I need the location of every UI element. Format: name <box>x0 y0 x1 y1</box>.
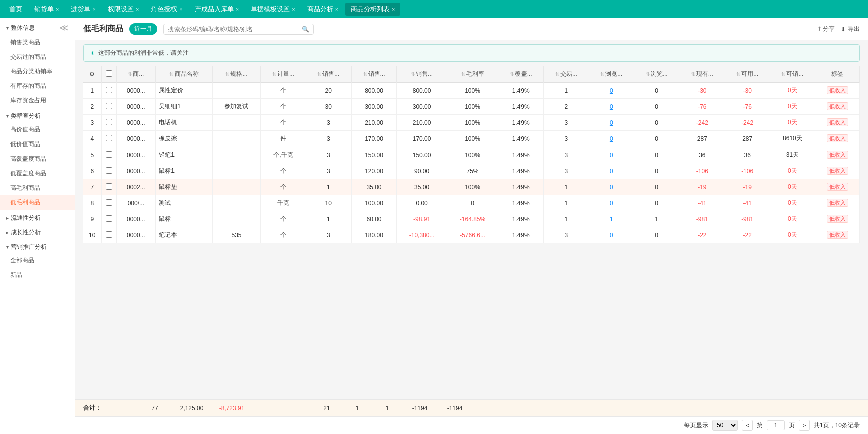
col-sale-amount[interactable]: ⇅销售... <box>397 66 447 83</box>
sidebar-item-low-margin[interactable]: 低毛利商品 <box>0 195 75 210</box>
nav-close-analysis-list[interactable]: × <box>392 6 395 12</box>
cell-checkbox[interactable] <box>101 131 116 147</box>
sidebar-group-overall[interactable]: ▾ 整体信息 ≪ <box>0 18 75 35</box>
nav-label-purchase: 进货单 <box>71 5 90 14</box>
sidebar-item-high-coverage[interactable]: 高覆盖度商品 <box>0 152 75 166</box>
col-code[interactable]: ⇅商... <box>116 66 156 83</box>
row-checkbox[interactable] <box>106 167 112 174</box>
cell-checkbox[interactable] <box>101 195 116 211</box>
page-number-input[interactable] <box>767 420 785 430</box>
cell-available: -22 <box>725 227 770 243</box>
nav-label-analysis: 商品分析 <box>307 5 333 14</box>
select-all-checkbox[interactable] <box>106 70 112 77</box>
sidebar-item-sales-goods[interactable]: 销售类商品 <box>0 35 75 50</box>
col-sale-qty[interactable]: ⇅销售... <box>306 66 351 83</box>
nav-item-role[interactable]: 角色授权 × <box>146 3 187 16</box>
search-input[interactable] <box>168 26 299 33</box>
row-checkbox[interactable] <box>106 199 112 206</box>
sidebar-group-marketing[interactable]: ▾ 营销推广分析 <box>0 239 75 253</box>
row-checkbox[interactable] <box>106 215 112 222</box>
cell-browse1[interactable]: 0 <box>589 131 634 147</box>
nav-close-analysis[interactable]: × <box>335 6 338 12</box>
cell-name: 属性定价 <box>156 83 212 99</box>
share-button[interactable]: ⤴ 分享 <box>818 25 835 33</box>
sidebar-group-circulation[interactable]: ▸ 流通性分析 <box>0 210 75 224</box>
col-unit[interactable]: ⇅计量... <box>261 66 306 83</box>
col-checkbox[interactable] <box>101 66 116 83</box>
sidebar-item-high-margin[interactable]: 高毛利商品 <box>0 181 75 195</box>
col-gross-rate[interactable]: ⇅毛利率 <box>447 66 498 83</box>
nav-close-purchase[interactable]: × <box>92 6 95 12</box>
col-settings[interactable]: ⚙ <box>83 66 101 83</box>
sidebar-item-capital[interactable]: 库存资金占用 <box>0 93 75 108</box>
nav-item-analysis[interactable]: 商品分析 × <box>302 3 343 16</box>
row-checkbox[interactable] <box>106 119 112 125</box>
col-browse1[interactable]: ⇅浏览... <box>589 66 634 83</box>
col-browse2[interactable]: ⇅浏览... <box>634 66 679 83</box>
nav-item-purchase[interactable]: 进货单 × <box>66 3 100 16</box>
cell-browse1[interactable]: 0 <box>589 227 634 243</box>
col-spec[interactable]: ⇅规格... <box>212 66 261 83</box>
time-filter-button[interactable]: 近一月 <box>129 23 157 35</box>
nav-close-template[interactable]: × <box>292 6 295 12</box>
nav-item-product-entry[interactable]: 产成品入库单 × <box>190 3 244 16</box>
cell-browse1[interactable]: 0 <box>589 195 634 211</box>
cell-browse1[interactable]: 0 <box>589 99 634 115</box>
sidebar-item-new-goods[interactable]: 新品 <box>0 268 75 282</box>
row-checkbox[interactable] <box>106 183 112 190</box>
nav-item-home[interactable]: 首页 <box>4 3 27 16</box>
cell-browse1[interactable]: 0 <box>589 163 634 179</box>
sidebar-item-traded-goods[interactable]: 交易过的商品 <box>0 50 75 64</box>
cell-checkbox[interactable] <box>101 179 116 195</box>
sidebar-item-low-coverage[interactable]: 低覆盖度商品 <box>0 166 75 181</box>
prev-page-button[interactable]: ＜ <box>742 420 753 431</box>
cell-checkbox[interactable] <box>101 211 116 227</box>
row-checkbox[interactable] <box>106 151 112 158</box>
cell-checkbox[interactable] <box>101 99 116 115</box>
cell-checkbox[interactable] <box>101 163 116 179</box>
nav-item-analysis-list[interactable]: 商品分析列表 × <box>345 3 400 16</box>
col-coverage[interactable]: ⇅覆盖... <box>498 66 544 83</box>
nav-close-permission[interactable]: × <box>136 6 139 12</box>
nav-close-product-entry[interactable]: × <box>236 6 239 12</box>
page-header: 低毛利商品 近一月 🔍 ⤴ 分享 ⬇ 导出 <box>75 18 868 40</box>
cell-browse1[interactable]: 1 <box>589 211 634 227</box>
sidebar-item-category-rate[interactable]: 商品分类助销率 <box>0 64 75 79</box>
nav-close-sales[interactable]: × <box>56 6 59 12</box>
col-trade[interactable]: ⇅交易... <box>544 66 589 83</box>
search-icon[interactable]: 🔍 <box>302 26 309 33</box>
cell-checkbox[interactable] <box>101 147 116 163</box>
nav-item-sales[interactable]: 销货单 × <box>29 3 64 16</box>
col-current-stock[interactable]: ⇅现有... <box>679 66 725 83</box>
sidebar-group-cluster[interactable]: ▾ 类群查分析 <box>0 108 75 122</box>
cell-checkbox[interactable] <box>101 83 116 99</box>
nav-close-role[interactable]: × <box>179 6 182 12</box>
row-checkbox[interactable] <box>106 87 112 93</box>
row-checkbox[interactable] <box>106 135 112 141</box>
sidebar-item-stock-goods[interactable]: 有库存的商品 <box>0 79 75 93</box>
cell-sale-price: 35.00 <box>351 179 396 195</box>
col-saleable[interactable]: ⇅可销... <box>770 66 815 83</box>
sidebar-group-growth[interactable]: ▸ 成长性分析 <box>0 224 75 239</box>
nav-item-permission[interactable]: 权限设置 × <box>103 3 144 16</box>
per-page-select[interactable]: 50 100 200 <box>712 420 738 431</box>
cell-browse1[interactable]: 0 <box>589 115 634 131</box>
cell-browse1[interactable]: 0 <box>589 147 634 163</box>
sidebar-item-low-value[interactable]: 低价值商品 <box>0 137 75 152</box>
row-checkbox[interactable] <box>106 231 112 238</box>
sidebar-collapse-icon[interactable]: ≪ <box>59 22 69 33</box>
cell-name: 笔记本 <box>156 227 212 243</box>
cell-browse1[interactable]: 0 <box>589 83 634 99</box>
next-page-button[interactable]: ＞ <box>799 420 810 431</box>
nav-item-template[interactable]: 单据模板设置 × <box>246 3 300 16</box>
export-button[interactable]: ⬇ 导出 <box>841 25 860 33</box>
col-available[interactable]: ⇅可用... <box>725 66 770 83</box>
cell-checkbox[interactable] <box>101 227 116 243</box>
sidebar-item-all-goods[interactable]: 全部商品 <box>0 253 75 268</box>
sidebar-item-high-value[interactable]: 高价值商品 <box>0 122 75 137</box>
row-checkbox[interactable] <box>106 103 112 109</box>
cell-browse1[interactable]: 0 <box>589 179 634 195</box>
col-sale-price[interactable]: ⇅销售... <box>351 66 396 83</box>
col-name[interactable]: ⇅商品名称 <box>156 66 212 83</box>
cell-checkbox[interactable] <box>101 115 116 131</box>
